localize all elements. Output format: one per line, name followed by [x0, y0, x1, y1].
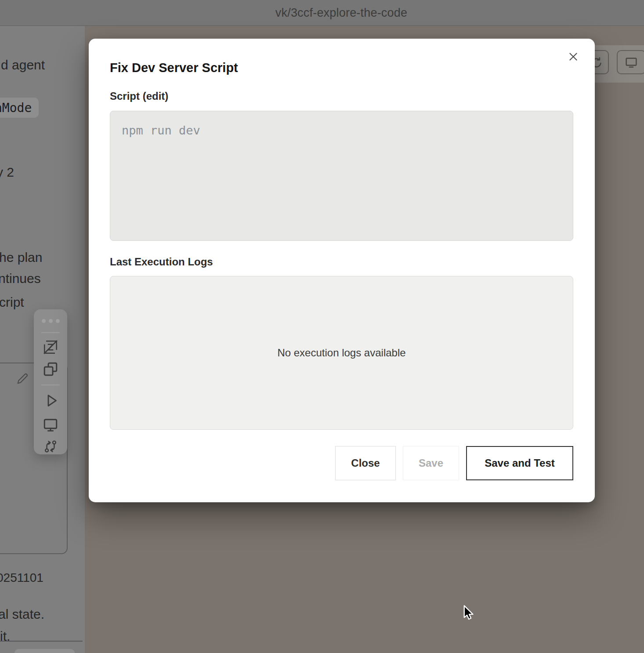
floating-toolbar: [34, 309, 67, 454]
toolbar-divider: [41, 385, 60, 385]
drag-handle[interactable]: [34, 319, 67, 323]
monitor-icon[interactable]: [34, 416, 67, 433]
script-input[interactable]: [110, 111, 573, 241]
app-background: vk/3ccf-explore-the-code d agent nMode y…: [0, 0, 644, 653]
save-and-test-button[interactable]: Save and Test: [466, 446, 573, 480]
mode-chip: nMode: [0, 98, 39, 118]
toolbar-divider: [41, 332, 60, 333]
mode-chip-label: nMode: [0, 101, 32, 115]
sidebar-text-fragment: y 2: [0, 165, 14, 180]
dialog-footer: Close Save Save and Test: [335, 446, 573, 480]
sidebar-text-fragment: he plan: [0, 250, 42, 265]
close-button[interactable]: [567, 50, 580, 63]
monitor-icon: [624, 55, 638, 69]
sidebar-text-fragment: al state.: [0, 607, 44, 622]
play-icon[interactable]: [34, 392, 67, 409]
sidebar-text-fragment: cript: [0, 295, 24, 310]
zed-logo-icon[interactable]: [34, 338, 67, 356]
fix-dev-server-dialog: Fix Dev Server Script Script (edit) Last…: [89, 39, 595, 502]
script-label: Script (edit): [110, 90, 168, 102]
mouse-cursor: [461, 605, 474, 623]
git-compare-icon[interactable]: [34, 439, 67, 454]
close-icon: [568, 51, 579, 62]
sidebar-text-fragment: 0251101: [0, 571, 43, 585]
sidebar-button-partial[interactable]: [14, 649, 75, 653]
copy-icon[interactable]: [34, 360, 67, 378]
window-title: vk/3ccf-explore-the-code: [237, 6, 407, 20]
save-button[interactable]: Save: [403, 446, 459, 480]
sidebar-divider: [0, 641, 83, 642]
edit-pencil-icon[interactable]: [16, 371, 30, 385]
logs-empty-text: No execution logs available: [277, 347, 405, 359]
monitor-button[interactable]: [617, 50, 644, 74]
logs-label: Last Execution Logs: [110, 256, 213, 268]
footer-close-button[interactable]: Close: [335, 446, 396, 480]
logs-panel: No execution logs available: [110, 276, 573, 430]
dialog-title: Fix Dev Server Script: [110, 61, 238, 75]
sidebar-text-fragment: ntinues: [0, 271, 41, 286]
sidebar-text-fragment: d agent: [1, 58, 45, 73]
window-titlebar: vk/3ccf-explore-the-code: [0, 0, 644, 26]
